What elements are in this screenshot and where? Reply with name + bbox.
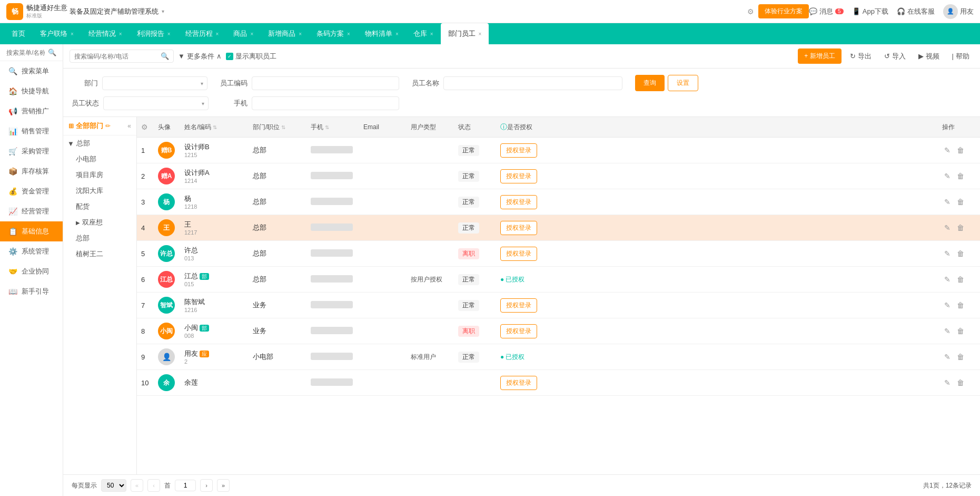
close-tab-icon[interactable]: ×	[430, 31, 433, 37]
sidebar-item-资金管理[interactable]: 💰资金管理	[0, 181, 63, 201]
user-menu[interactable]: 👤 用友	[943, 4, 974, 19]
next-page-button[interactable]: ›	[200, 479, 213, 492]
help-button[interactable]: | 帮助	[948, 50, 974, 63]
nav-tab-条码方案[interactable]: 条码方案×	[309, 23, 358, 44]
auth-button[interactable]: 授权登录	[500, 195, 537, 209]
edit-icon[interactable]: ✎	[942, 145, 953, 155]
close-tab-icon[interactable]: ×	[216, 31, 219, 37]
delete-icon[interactable]: 🗑	[955, 352, 966, 362]
emp-status-select[interactable]	[103, 96, 209, 110]
tree-item-root[interactable]: ▼ 总部	[63, 135, 136, 151]
sidebar-item-新手引导[interactable]: 📖新手引导	[0, 281, 63, 302]
emp-name-input[interactable]	[443, 76, 622, 90]
close-tab-icon[interactable]: ×	[250, 31, 253, 37]
nav-tab-首页[interactable]: 首页	[4, 23, 33, 44]
tree-item-zongbu[interactable]: 总部	[63, 230, 136, 246]
auth-button[interactable]: 授权登录	[500, 376, 537, 390]
page-size-select[interactable]: 50	[101, 479, 126, 492]
delete-icon[interactable]: 🗑	[955, 145, 966, 155]
delete-icon[interactable]: 🗑	[955, 197, 966, 207]
auth-button[interactable]: 授权登录	[500, 247, 537, 261]
query-button[interactable]: 查询	[635, 75, 665, 91]
auth-button[interactable]: 授权登录	[500, 221, 537, 235]
import-button[interactable]: ↺ 导入	[880, 50, 910, 63]
close-tab-icon[interactable]: ×	[347, 31, 350, 37]
delete-icon[interactable]: 🗑	[955, 326, 966, 336]
col-dept[interactable]: 部门/职位	[249, 117, 306, 138]
sidebar-item-快捷导航[interactable]: 🏠快捷导航	[0, 81, 63, 101]
sidebar-item-销售管理[interactable]: 📊销售管理	[0, 121, 63, 141]
emp-code-input[interactable]	[252, 76, 399, 90]
auth-button[interactable]: 授权登录	[500, 169, 537, 183]
edit-icon[interactable]: ✎	[942, 377, 953, 388]
edit-icon[interactable]: ✎	[942, 171, 953, 181]
edit-icon[interactable]: ✎	[942, 222, 953, 233]
sidebar-search-box[interactable]: 🔍	[0, 44, 63, 61]
tree-item-xiaodian[interactable]: 小电部	[63, 151, 136, 167]
close-tab-icon[interactable]: ×	[479, 31, 482, 37]
sidebar-item-库存核算[interactable]: 📦库存核算	[0, 161, 63, 181]
edit-dept-icon[interactable]: ✏	[105, 122, 111, 130]
auth-button[interactable]: 授权登录	[500, 143, 537, 158]
nav-tab-客户联络[interactable]: 客户联络×	[33, 23, 81, 44]
edit-icon[interactable]: ✎	[942, 352, 953, 362]
edit-icon[interactable]: ✎	[942, 326, 953, 336]
delete-icon[interactable]: 🗑	[955, 377, 966, 388]
delete-icon[interactable]: 🗑	[955, 300, 966, 310]
set-button[interactable]: 设置	[668, 75, 698, 91]
edit-icon[interactable]: ✎	[942, 197, 953, 207]
tree-item-shuangzuo[interactable]: ▶ 双座想	[63, 215, 136, 230]
nav-tab-部门员工[interactable]: 部门员工×	[441, 23, 489, 44]
col-name[interactable]: 姓名/编码	[180, 117, 249, 138]
close-tab-icon[interactable]: ×	[71, 31, 74, 37]
sidebar-item-采购管理[interactable]: 🛒采购管理	[0, 141, 63, 161]
settings-gear-icon[interactable]: ⚙	[747, 7, 754, 16]
app-download-button[interactable]: 📱 App下载	[852, 7, 888, 16]
nav-tab-经营情况[interactable]: 经营情况×	[81, 23, 130, 44]
add-employee-button[interactable]: + 新增员工	[798, 48, 841, 64]
tree-item-shenyang[interactable]: 沈阳大库	[63, 183, 136, 199]
search-input[interactable]	[74, 53, 159, 60]
collapse-tree-icon[interactable]: «	[127, 122, 131, 130]
sidebar-item-营销推广[interactable]: 📢营销推广	[0, 101, 63, 121]
online-service-button[interactable]: 🎧 在线客服	[897, 7, 935, 16]
phone-input[interactable]	[252, 96, 399, 110]
more-filter-button[interactable]: ▼ 更多条件 ∧	[178, 52, 222, 61]
nav-tab-商品[interactable]: 商品×	[226, 23, 261, 44]
nav-tab-仓库[interactable]: 仓库×	[406, 23, 441, 44]
dept-select[interactable]	[102, 76, 207, 90]
tree-item-zhishu[interactable]: 植树王二	[63, 246, 136, 262]
nav-tab-新增商品[interactable]: 新增商品×	[261, 23, 309, 44]
edit-icon[interactable]: ✎	[942, 274, 953, 285]
sidebar-item-企业协同[interactable]: 🤝企业协同	[0, 261, 63, 281]
first-page-button[interactable]: «	[131, 479, 143, 492]
close-tab-icon[interactable]: ×	[167, 31, 171, 37]
close-tab-icon[interactable]: ×	[395, 31, 399, 37]
export-button[interactable]: ↻ 导出	[846, 50, 876, 63]
search-box[interactable]: 🔍	[70, 50, 174, 63]
dropdown-arrow-icon[interactable]: ▾	[162, 8, 164, 14]
col-phone[interactable]: 手机	[306, 117, 359, 138]
sidebar-item-基础信息[interactable]: 📋基础信息	[0, 221, 63, 241]
tree-item-peihuo[interactable]: 配货	[63, 199, 136, 215]
delete-icon[interactable]: 🗑	[955, 274, 966, 285]
tree-item-xiangmu[interactable]: 项目库房	[63, 167, 136, 183]
nav-tab-利润报告[interactable]: 利润报告×	[130, 23, 178, 44]
close-tab-icon[interactable]: ×	[119, 31, 122, 37]
video-button[interactable]: ▶ 视频	[914, 50, 944, 63]
sidebar-item-搜索菜单[interactable]: 🔍搜索菜单	[0, 61, 63, 81]
nav-tab-物料清单[interactable]: 物料清单×	[358, 23, 406, 44]
messages-button[interactable]: 💬 消息 5	[809, 7, 844, 16]
close-tab-icon[interactable]: ×	[299, 31, 302, 37]
delete-icon[interactable]: 🗑	[955, 171, 966, 181]
sidebar-item-系统管理[interactable]: ⚙️系统管理	[0, 241, 63, 261]
sidebar-item-经营管理[interactable]: 📈经营管理	[0, 201, 63, 221]
edit-icon[interactable]: ✎	[942, 300, 953, 310]
edit-icon[interactable]: ✎	[942, 248, 953, 259]
nav-tab-经营历程[interactable]: 经营历程×	[178, 23, 226, 44]
trial-button[interactable]: 体验行业方案	[758, 4, 809, 18]
last-page-button[interactable]: »	[217, 479, 230, 492]
show-resigned-checkbox[interactable]: ✓ 显示离职员工	[226, 52, 276, 61]
search-input[interactable]	[6, 49, 45, 56]
page-number-input[interactable]	[175, 480, 196, 491]
